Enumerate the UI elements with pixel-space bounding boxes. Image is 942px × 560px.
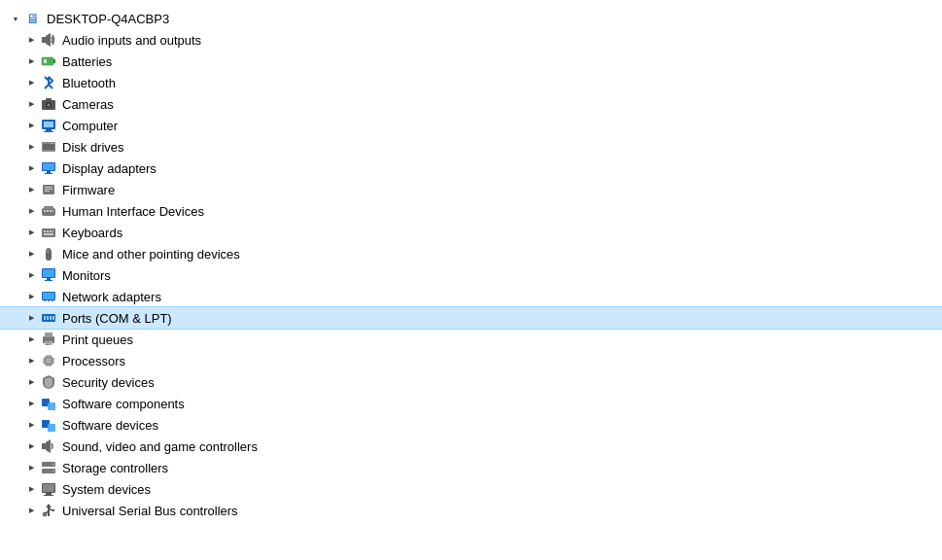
audio-icon bbox=[39, 32, 58, 48]
svg-rect-34 bbox=[52, 230, 53, 232]
svg-rect-25 bbox=[44, 206, 53, 209]
expand-arrow-bluetooth[interactable] bbox=[23, 75, 39, 90]
firmware-label: Firmware bbox=[62, 183, 115, 197]
expand-arrow-audio[interactable] bbox=[23, 32, 39, 48]
expand-arrow-monitors[interactable] bbox=[23, 267, 39, 283]
keyboards-icon bbox=[39, 225, 58, 240]
tree-item-storage[interactable]: Storage controllers bbox=[0, 457, 942, 478]
expand-arrow-disk[interactable] bbox=[23, 139, 39, 155]
tree-item-processors[interactable]: Processors bbox=[0, 350, 942, 371]
expand-arrow-computer[interactable] bbox=[23, 118, 39, 133]
tree-item-keyboards[interactable]: Keyboards bbox=[0, 222, 942, 243]
ports-label: Ports (COM & LPT) bbox=[62, 311, 172, 326]
tree-item-print[interactable]: Print queues bbox=[0, 329, 942, 350]
expand-arrow-network[interactable] bbox=[23, 289, 39, 304]
expand-arrow-processors[interactable] bbox=[23, 353, 39, 368]
tree-item-firmware[interactable]: Firmware bbox=[0, 179, 942, 200]
svg-rect-51 bbox=[52, 316, 54, 320]
svg-rect-3 bbox=[53, 59, 55, 63]
expand-arrow-system[interactable] bbox=[23, 481, 39, 497]
tree-item-display[interactable]: Display adapters bbox=[0, 158, 942, 179]
tree-item-cameras[interactable]: Cameras bbox=[0, 93, 942, 115]
expand-arrow-ports[interactable] bbox=[23, 310, 39, 326]
tree-root[interactable]: 🖥 DESKTOP-Q4ACBP3 bbox=[0, 8, 942, 29]
cameras-label: Cameras bbox=[62, 97, 114, 112]
sound-icon bbox=[39, 438, 58, 454]
processors-icon bbox=[39, 353, 58, 368]
tree-item-usb[interactable]: Universal Serial Bus controllers bbox=[0, 500, 942, 521]
svg-rect-41 bbox=[45, 280, 52, 281]
tree-item-bluetooth[interactable]: Bluetooth bbox=[0, 72, 942, 93]
hid-icon bbox=[39, 203, 58, 219]
expand-arrow-software-devices[interactable] bbox=[23, 417, 39, 433]
svg-rect-4 bbox=[44, 59, 47, 63]
tree-item-hid[interactable]: Human Interface Devices bbox=[0, 200, 942, 222]
tree-item-disk[interactable]: Disk drives bbox=[0, 136, 942, 158]
security-label: Security devices bbox=[62, 375, 155, 390]
svg-rect-29 bbox=[52, 210, 53, 212]
expand-arrow-security[interactable] bbox=[23, 374, 39, 390]
tree-item-system[interactable]: System devices bbox=[0, 478, 942, 500]
tree-item-monitors[interactable]: Monitors bbox=[0, 264, 942, 286]
tree-item-software-devices[interactable]: Software devices bbox=[0, 414, 942, 436]
usb-icon bbox=[39, 503, 58, 518]
expand-arrow-mice[interactable] bbox=[23, 246, 39, 262]
bluetooth-label: Bluetooth bbox=[62, 76, 116, 90]
tree-item-batteries[interactable]: Batteries bbox=[0, 51, 942, 72]
svg-rect-37 bbox=[47, 250, 49, 253]
expand-arrow-batteries[interactable] bbox=[23, 53, 39, 69]
disk-label: Disk drives bbox=[62, 140, 124, 155]
computer-icon bbox=[39, 118, 58, 133]
tree-item-audio[interactable]: Audio inputs and outputs bbox=[0, 29, 942, 51]
svg-point-80 bbox=[52, 471, 54, 472]
expand-arrow-hid[interactable] bbox=[23, 203, 39, 219]
svg-rect-11 bbox=[46, 129, 52, 131]
expand-arrow-storage[interactable] bbox=[23, 460, 39, 475]
svg-rect-21 bbox=[45, 187, 52, 188]
tree-item-computer[interactable]: Computer bbox=[0, 115, 942, 136]
svg-rect-40 bbox=[47, 278, 51, 280]
expand-arrow-firmware[interactable] bbox=[23, 182, 39, 197]
svg-rect-17 bbox=[43, 163, 54, 170]
tree-item-network[interactable]: Network adapters bbox=[0, 286, 942, 307]
device-manager-tree: 🖥 DESKTOP-Q4ACBP3 Audio inputs and outpu… bbox=[0, 0, 942, 529]
expand-arrow-display[interactable] bbox=[23, 160, 39, 176]
svg-rect-8 bbox=[46, 98, 52, 101]
monitors-label: Monitors bbox=[62, 268, 111, 283]
disk-icon bbox=[39, 139, 58, 155]
batteries-icon bbox=[39, 53, 58, 69]
usb-label: Universal Serial Bus controllers bbox=[62, 504, 238, 518]
display-icon bbox=[39, 160, 58, 176]
tree-item-security[interactable]: Security devices bbox=[0, 371, 942, 393]
tree-item-software-components[interactable]: Software components bbox=[0, 393, 942, 414]
svg-rect-75 bbox=[42, 443, 46, 449]
expand-arrow-keyboards[interactable] bbox=[23, 225, 39, 240]
expand-arrow-sound[interactable] bbox=[23, 438, 39, 454]
svg-rect-27 bbox=[47, 210, 49, 212]
svg-point-44 bbox=[44, 299, 46, 301]
root-expand-arrow[interactable] bbox=[8, 11, 23, 26]
svg-rect-28 bbox=[50, 210, 52, 212]
svg-rect-55 bbox=[46, 342, 52, 343]
software-devices-icon bbox=[39, 417, 58, 433]
tree-item-mice[interactable]: Mice and other pointing devices bbox=[0, 243, 942, 264]
tree-item-sound[interactable]: Sound, video and game controllers bbox=[0, 436, 942, 457]
tree-item-ports[interactable]: Ports (COM & LPT) bbox=[0, 307, 942, 329]
svg-point-7 bbox=[48, 104, 51, 107]
expand-arrow-print[interactable] bbox=[23, 332, 39, 347]
svg-rect-35 bbox=[44, 233, 53, 235]
software-devices-label: Software devices bbox=[62, 418, 158, 433]
expand-arrow-usb[interactable] bbox=[23, 503, 39, 518]
expand-arrow-cameras[interactable] bbox=[23, 96, 39, 112]
hid-label: Human Interface Devices bbox=[62, 204, 204, 219]
network-icon bbox=[39, 289, 58, 304]
expand-arrow-software-components[interactable] bbox=[23, 396, 39, 411]
monitors-icon bbox=[39, 267, 58, 283]
firmware-icon bbox=[39, 182, 58, 197]
storage-label: Storage controllers bbox=[62, 461, 168, 475]
security-icon bbox=[39, 374, 58, 390]
storage-icon bbox=[39, 460, 58, 475]
svg-rect-32 bbox=[47, 230, 49, 232]
svg-rect-12 bbox=[44, 131, 53, 132]
svg-rect-22 bbox=[45, 189, 52, 190]
